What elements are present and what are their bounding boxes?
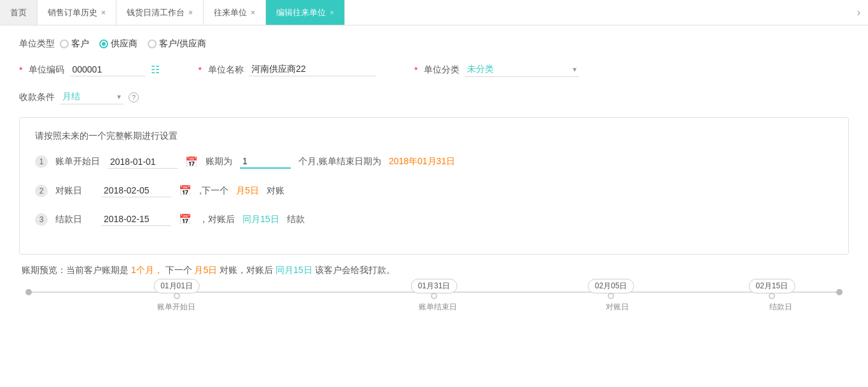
tab-edit-counterpart-unit[interactable]: 编辑往来单位 × (266, 0, 345, 25)
timeline-label-2: 账单结束日 (419, 302, 457, 313)
expand-icon[interactable]: › (850, 0, 868, 25)
period-row3-prefix: ，对账后 (199, 214, 235, 225)
unit-type-row: 单位类型 客户 供应商 客户/供应商 (19, 38, 849, 50)
tab-label: 钱货日清工作台 (127, 7, 185, 18)
radio-cs-label: 客户/供应商 (159, 38, 206, 50)
unit-class-value: 未分类 (467, 64, 570, 75)
unit-info-row: * 单位编码 ☷ * 单位名称 * 单位分类 未分类 ▾ (19, 62, 849, 77)
timeline-line: 01月01日 01月31日 02月05日 02月15 (32, 292, 836, 293)
period-num-1: 1 (35, 155, 48, 168)
timeline-dot-holder-4 (769, 279, 775, 299)
period-label-3: 结款日 (55, 214, 94, 225)
tab-close-icon[interactable]: × (188, 9, 193, 17)
period-box-title: 请按照未来的一个完整帐期进行设置 (35, 130, 833, 142)
unit-code-label: 单位编码 (29, 64, 64, 76)
calendar-icon-1[interactable]: 📅 (185, 156, 198, 168)
timeline-label-4: 结款日 (769, 302, 792, 313)
period-start-date-input[interactable] (108, 155, 178, 169)
period-label-2: 对账日 (55, 185, 94, 197)
timeline-dot-holder-2 (431, 279, 437, 299)
unit-name-label: 单位名称 (208, 64, 244, 76)
timeline-inner-dot-3 (608, 293, 614, 299)
tab-sales-order-history[interactable]: 销售订单历史 × (38, 0, 116, 25)
period-row2-highlight: 月5日 (236, 185, 259, 197)
period-row-1: 1 账单开始日 📅 账期为 个月,账单结束日期为 2018年01月31日 (35, 155, 833, 169)
tab-home[interactable]: 首页 (0, 0, 38, 25)
unit-type-group: 单位类型 客户 供应商 客户/供应商 (19, 38, 206, 50)
unit-code-input[interactable] (69, 63, 146, 76)
period-row3-highlight: 同月15日 (242, 214, 279, 225)
timeline-start-dot (25, 289, 32, 295)
unit-class-label: 单位分类 (424, 64, 459, 76)
chevron-down-icon: ▾ (573, 65, 577, 74)
preview-prefix: 账期预览：当前客户账期是 (22, 265, 129, 275)
required-star3: * (414, 65, 417, 75)
timeline-inner-dot-2 (431, 293, 437, 299)
page-content: 单位类型 客户 供应商 客户/供应商 * 单位编码 (0, 25, 868, 387)
timeline-dot-holder-1 (174, 279, 180, 299)
period-month-label: 账期为 (206, 156, 232, 167)
tab-label: 编辑往来单位 (276, 7, 326, 18)
timeline-inner-dot-4 (769, 293, 775, 299)
unit-name-input[interactable] (249, 63, 376, 76)
chevron-down-icon2: ▾ (117, 92, 121, 101)
period-row2-prefix: ,下一个 (199, 185, 228, 197)
period-setting-box: 请按照未来的一个完整帐期进行设置 1 账单开始日 📅 账期为 个月,账单结束日期… (19, 117, 849, 255)
radio-customer[interactable]: 客户 (60, 38, 89, 50)
tab-cash-goods-workbench[interactable]: 钱货日清工作台 × (116, 0, 204, 25)
account-preview: 账期预览：当前客户账期是 1个月， 下一个 月5日 对账，对账后 同月15日 该… (19, 265, 849, 276)
radio-circle-customer (60, 39, 69, 48)
tab-close-icon[interactable]: × (251, 9, 255, 17)
unit-class-select[interactable]: 未分类 ▾ (465, 62, 579, 77)
timeline-end-dot (836, 289, 843, 295)
unit-code-group: * 单位编码 ☷ (19, 63, 160, 76)
period-payment-date-input[interactable] (101, 213, 171, 226)
timeline-dot-holder-3 (608, 279, 614, 299)
calendar-icon-3[interactable]: 📅 (179, 213, 192, 225)
tab-close-icon[interactable]: × (101, 9, 106, 17)
period-month-input[interactable] (240, 155, 291, 169)
unit-name-group: * 单位名称 (198, 63, 375, 76)
required-star2: * (198, 65, 201, 75)
period-row2-suffix: 对账 (267, 185, 284, 197)
preview-highlight3: 同月15日 (276, 265, 312, 275)
tab-bar: 首页 销售订单历史 × 钱货日清工作台 × 往来单位 × 编辑往来单位 × › (0, 0, 868, 25)
tab-close-icon[interactable]: × (330, 9, 334, 17)
radio-customer-supplier[interactable]: 客户/供应商 (148, 38, 206, 50)
timeline-container: 01月01日 01月31日 02月05日 02月15 (25, 289, 843, 321)
payment-condition-row: 收款条件 月结 ▾ ? (19, 90, 849, 104)
radio-group-unit-type: 客户 供应商 客户/供应商 (60, 38, 206, 50)
period-label-1: 账单开始日 (55, 156, 100, 167)
preview-highlight2: 月5日 (194, 265, 217, 275)
period-reconcile-date-input[interactable] (101, 184, 171, 197)
copy-icon[interactable]: ☷ (151, 64, 160, 76)
preview-suffix: 该客户会给我打款。 (315, 265, 395, 275)
preview-middle1: 下一个 (165, 265, 192, 275)
timeline-label-3: 对账日 (606, 302, 629, 313)
period-num-3: 3 (35, 213, 48, 226)
required-star: * (19, 65, 22, 75)
payment-condition-select[interactable]: 月结 ▾ (60, 90, 123, 104)
period-num-2: 2 (35, 185, 48, 197)
period-end-date-highlight: 2018年01月31日 (389, 156, 455, 167)
preview-highlight1: 1个月， (131, 265, 163, 275)
period-row-3: 3 结款日 📅 ，对账后 同月15日 结款 (35, 213, 833, 226)
period-month-unit: 个月,账单结束日期为 (298, 156, 381, 167)
radio-customer-label: 客户 (71, 38, 89, 50)
radio-supplier-label: 供应商 (111, 38, 137, 50)
tab-counterpart-unit[interactable]: 往来单位 × (204, 0, 266, 25)
radio-supplier[interactable]: 供应商 (99, 38, 137, 50)
radio-circle-supplier (99, 39, 108, 48)
calendar-icon-2[interactable]: 📅 (179, 185, 192, 197)
period-row3-suffix: 结款 (287, 214, 305, 225)
tab-home-label: 首页 (10, 7, 27, 18)
unit-type-label: 单位类型 (19, 38, 55, 50)
unit-class-group: * 单位分类 未分类 ▾ (414, 62, 579, 77)
payment-condition-label: 收款条件 (19, 92, 55, 103)
preview-middle2: 对账，对账后 (220, 265, 273, 275)
payment-condition-value: 月结 (62, 91, 115, 102)
help-icon[interactable]: ? (129, 92, 139, 102)
payment-condition-group: 收款条件 月结 ▾ ? (19, 90, 139, 104)
timeline-inner-dot-1 (174, 293, 180, 299)
tab-label: 销售订单历史 (48, 7, 97, 18)
